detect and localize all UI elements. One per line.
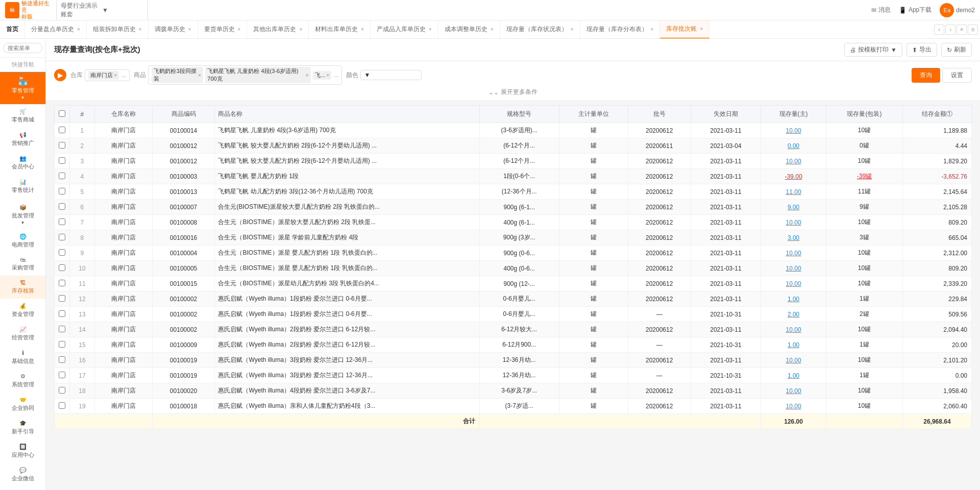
select-all-checkbox[interactable] <box>59 110 65 117</box>
tab-close-icon[interactable]: × <box>139 27 142 32</box>
row-checkbox[interactable] <box>55 291 70 307</box>
template-print-button[interactable]: 🖨 按模板打印 ▼ <box>844 43 902 57</box>
row-qty1[interactable]: 10.00 <box>761 246 826 261</box>
export-button[interactable]: ⬆ 导出 <box>906 43 937 57</box>
row-qty1[interactable]: 10.00 <box>761 154 826 169</box>
row-checkbox[interactable] <box>55 138 70 154</box>
row-checkbox[interactable] <box>55 215 70 230</box>
row-qty1[interactable]: 11.00 <box>761 184 826 200</box>
sidebar-item-enterprise[interactable]: 🤝 企业协同 <box>0 393 45 416</box>
product-tag-3-close[interactable]: × <box>326 72 329 78</box>
color-filter-box[interactable]: ▼ <box>360 70 422 80</box>
setting-button[interactable]: 设置 <box>942 68 972 83</box>
industry-select[interactable]: 母婴行业演示账套 ▼ <box>56 0 148 21</box>
row-qty1[interactable]: 10.00 <box>761 399 826 414</box>
row-checkbox[interactable] <box>55 184 70 200</box>
row-checkbox[interactable] <box>55 337 70 353</box>
product-tag-2-close[interactable]: × <box>305 72 308 78</box>
sidebar-item-operations[interactable]: 📈 经营管理 <box>0 322 45 346</box>
tab-menu-button[interactable]: ≡ <box>968 24 978 35</box>
row-checkbox[interactable] <box>55 399 70 414</box>
search-input[interactable] <box>3 43 42 53</box>
tab-close-icon[interactable]: × <box>429 27 432 32</box>
row-checkbox[interactable] <box>55 276 70 291</box>
tab-material-out[interactable]: 材料出库单历史 × <box>309 20 371 39</box>
tab-close-icon[interactable]: × <box>491 27 494 32</box>
row-checkbox[interactable] <box>55 368 70 383</box>
tab-close-icon[interactable]: × <box>238 27 241 32</box>
tab-close-icon[interactable]: × <box>361 27 364 32</box>
row-qty1[interactable]: 10.00 <box>761 353 826 368</box>
row-qty1[interactable]: 10.00 <box>761 261 826 276</box>
sidebar-item-basic[interactable]: ℹ 基础信息 <box>0 346 45 369</box>
tab-cost-adjust[interactable]: 成本调整单历史 × <box>438 20 500 39</box>
tab-close-icon[interactable]: × <box>299 27 302 32</box>
row-qty1[interactable]: 2.00 <box>761 307 826 322</box>
tab-close-icon[interactable]: × <box>651 27 654 32</box>
tab-inventory-status[interactable]: 现存量（库存状况表） × <box>500 20 580 39</box>
tab-close-current-button[interactable]: × <box>957 24 967 35</box>
row-checkbox[interactable] <box>55 353 70 368</box>
tab-transfer[interactable]: 调拨单历史 × <box>149 20 198 39</box>
app-download-button[interactable]: 📱 App下载 <box>899 6 932 14</box>
tab-home[interactable]: 首页 <box>0 20 25 39</box>
row-checkbox[interactable] <box>55 307 70 322</box>
search-button[interactable]: 查询 <box>912 68 940 83</box>
row-qty1[interactable]: 10.00 <box>761 215 826 230</box>
sidebar-item-finance[interactable]: 💰 资金管理 <box>0 299 45 322</box>
tab-prev-button[interactable]: ‹ <box>934 24 944 35</box>
warehouse-tag-close[interactable]: × <box>114 72 117 78</box>
sidebar-item-member2[interactable]: 🎫 畅会员 <box>0 486 45 490</box>
refresh-button[interactable]: ↻ 刷新 <box>941 43 972 57</box>
row-checkbox[interactable] <box>55 230 70 246</box>
tab-close-icon[interactable]: × <box>77 27 80 32</box>
tab-other-out[interactable]: 其他出库单历史 × <box>247 20 309 39</box>
row-checkbox[interactable] <box>55 169 70 184</box>
user-area[interactable]: Ea demo2 <box>940 3 975 17</box>
row-qty1[interactable]: 9.00 <box>761 200 826 215</box>
row-qty1[interactable]: 0.00 <box>761 138 826 154</box>
sidebar-item-appcenter[interactable]: 🔲 应用中心 <box>0 439 45 463</box>
row-checkbox[interactable] <box>55 383 70 399</box>
tab-next-button[interactable]: › <box>945 24 955 35</box>
tab-batch-verify[interactable]: 库存批次账 × <box>660 20 709 39</box>
tab-requisition[interactable]: 要货单历史 × <box>198 20 248 39</box>
sidebar-item-system[interactable]: ⚙ 系统管理 <box>0 369 45 393</box>
expand-more-row[interactable]: ⌄⌄ 展开更多条件 <box>54 88 972 96</box>
sidebar-item-retail[interactable]: 🏪 零售管理 ▼ <box>0 72 45 104</box>
row-checkbox[interactable] <box>55 123 70 138</box>
row-qty1[interactable]: 10.00 <box>761 383 826 399</box>
row-checkbox[interactable] <box>55 261 70 276</box>
row-qty1[interactable]: 10.00 <box>761 123 826 138</box>
sidebar-item-marketing[interactable]: 📢 营销推广 <box>0 128 45 151</box>
row-qty1[interactable]: 10.00 <box>761 322 826 337</box>
row-qty1[interactable]: 1.00 <box>761 337 826 353</box>
sidebar-item-ecommerce[interactable]: 🌐 电商管理 <box>0 229 45 253</box>
sidebar-item-newguide[interactable]: 🎓 新手引导 <box>0 416 45 439</box>
sidebar-item-member[interactable]: 👥 会员中心 <box>0 151 45 175</box>
tab-close-icon[interactable]: × <box>571 27 574 32</box>
tab-split-inventory[interactable]: 分量盘点单历史 × <box>25 20 87 39</box>
tab-close-icon[interactable]: × <box>188 27 191 32</box>
row-checkbox[interactable] <box>55 246 70 261</box>
row-checkbox[interactable] <box>55 322 70 337</box>
row-qty1[interactable]: -39.00 <box>761 169 826 184</box>
tab-inventory-dist[interactable]: 现存量（库存分布表） × <box>580 20 660 39</box>
tab-disassemble[interactable]: 组装拆卸单历史 × <box>87 20 149 39</box>
message-button[interactable]: ✉ 消息 <box>871 6 891 14</box>
product-more-dots[interactable]: ... <box>333 71 338 79</box>
row-qty1[interactable]: 3.00 <box>761 230 826 246</box>
product-filter-box[interactable]: 飞鹤奶粉3段同摆装 × 飞鹤星飞帆 儿童奶粉 4段(3-6岁适用) 700克 ×… <box>148 65 342 85</box>
product-tag-1-close[interactable]: × <box>198 72 201 78</box>
row-checkbox[interactable] <box>55 154 70 169</box>
row-qty1[interactable]: 1.00 <box>761 368 826 383</box>
row-qty1[interactable]: 10.00 <box>761 276 826 291</box>
sidebar-item-purchase[interactable]: 🛍 采购管理 <box>0 253 45 276</box>
filter-more-dots[interactable]: ... <box>121 71 126 79</box>
sidebar-item-wecom[interactable]: 💬 企业微信 <box>0 463 45 486</box>
warehouse-filter-box[interactable]: 南岸门店 × ... <box>85 69 130 81</box>
sidebar-item-retail-store[interactable]: 🛒 零售商城 <box>0 104 45 128</box>
row-qty1[interactable]: 1.00 <box>761 291 826 307</box>
sidebar-item-inventory[interactable]: 🏗 库存核算 <box>0 276 45 299</box>
row-checkbox[interactable] <box>55 200 70 215</box>
